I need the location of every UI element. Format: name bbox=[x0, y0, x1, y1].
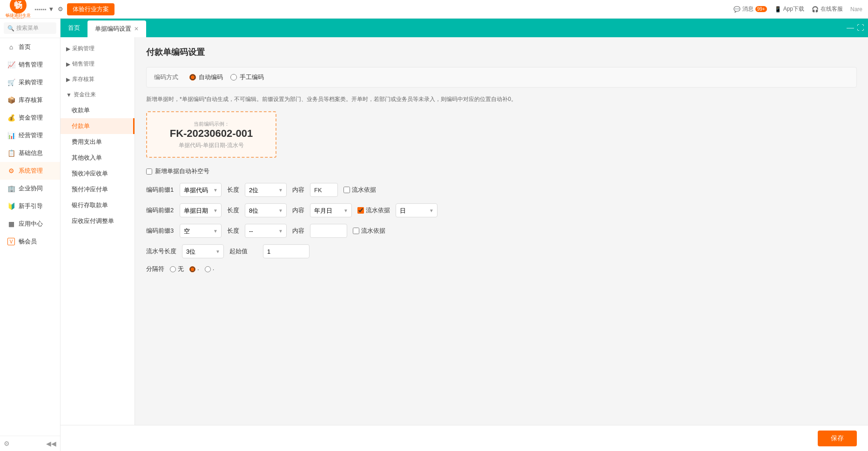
sep-dash-label[interactable]: · bbox=[205, 266, 215, 273]
radio-auto-input[interactable] bbox=[189, 74, 196, 81]
second-sidebar-item-other-income[interactable]: 其他收入单 bbox=[61, 150, 135, 166]
second-sidebar-group-finance-header[interactable]: ▼ 资金往来 bbox=[61, 87, 135, 102]
sidebar-item-finance[interactable]: 💰 资金管理 bbox=[0, 109, 60, 127]
serial1-checkbox[interactable] bbox=[343, 187, 350, 193]
length1-select[interactable]: 2位 3位 4位 bbox=[245, 183, 287, 197]
serial2-unit-wrapper: 日 月 年 bbox=[396, 203, 437, 217]
length3-select[interactable]: -- 1位 2位 bbox=[245, 224, 287, 238]
second-sidebar-group-sales: ▶ 销售管理 bbox=[61, 56, 135, 72]
tab-maximize-icon[interactable]: ⛶ bbox=[857, 24, 864, 32]
search-menu-btn[interactable]: 🔍 搜索菜单 bbox=[4, 22, 56, 34]
sep-dot-text: · bbox=[197, 266, 199, 273]
user-info[interactable]: Nare bbox=[850, 6, 862, 13]
serial2-checkbox[interactable] bbox=[357, 207, 364, 214]
sep-none-radio[interactable] bbox=[170, 266, 176, 272]
serial3-checkbox[interactable] bbox=[353, 228, 359, 234]
length2-select[interactable]: 6位 8位 10位 bbox=[245, 203, 287, 217]
sep-dash-radio[interactable] bbox=[205, 266, 211, 272]
app-download-icon: 📱 bbox=[774, 6, 781, 13]
sidebar-label-system: 系统管理 bbox=[19, 167, 43, 175]
sidebar-item-purchase[interactable]: 🛒 采购管理 bbox=[0, 74, 60, 91]
tab-close-icon[interactable]: ✕ bbox=[134, 26, 139, 32]
group-purchase-label: 采购管理 bbox=[72, 45, 94, 53]
auto-fill-checkbox[interactable] bbox=[146, 168, 152, 175]
second-sidebar-item-receipt[interactable]: 收款单 bbox=[61, 102, 135, 118]
tab-home[interactable]: 首页 bbox=[61, 19, 87, 37]
start-value-input[interactable] bbox=[263, 244, 310, 258]
save-button[interactable]: 保存 bbox=[818, 431, 857, 446]
content2-select[interactable]: 年月日 年月 年 bbox=[310, 203, 352, 217]
sidebar-label-guide: 新手引导 bbox=[19, 202, 43, 210]
serial2-label: 流水依据 bbox=[366, 206, 390, 215]
second-sidebar-item-adjustment[interactable]: 应收应付调整单 bbox=[61, 213, 135, 229]
tab-bar-actions: — ⛶ bbox=[847, 24, 864, 32]
group-sales-label: 销售管理 bbox=[72, 60, 94, 68]
tab-minimize-icon[interactable]: — bbox=[847, 24, 854, 32]
serial-length-label: 流水号长度 bbox=[146, 247, 176, 256]
industry-btn[interactable]: 体验行业方案 bbox=[67, 3, 114, 15]
dropdown-arrow-icon: ▼ bbox=[48, 6, 54, 13]
arrow-right-icon-inventory: ▶ bbox=[66, 76, 70, 83]
sidebar-item-guide[interactable]: 🔰 新手引导 bbox=[0, 197, 60, 215]
radio-auto-label[interactable]: 自动编码 bbox=[189, 73, 223, 81]
system-icon: ⚙ bbox=[7, 167, 15, 175]
app-download-btn[interactable]: 📱 App下载 bbox=[774, 5, 804, 13]
sidebar-item-operation[interactable]: 📊 经营管理 bbox=[0, 127, 60, 144]
serial1-check-label[interactable]: 流水依据 bbox=[343, 186, 376, 194]
second-sidebar-group-sales-header[interactable]: ▶ 销售管理 bbox=[61, 56, 135, 72]
sidebar-item-basic[interactable]: 📋 基础信息 bbox=[0, 144, 60, 162]
sidebar-item-apps[interactable]: ▦ 应用中心 bbox=[0, 215, 60, 233]
sep-dot-label[interactable]: · bbox=[189, 266, 199, 273]
app-download-label: App下载 bbox=[783, 5, 804, 13]
second-sidebar-item-pre-receipt[interactable]: 预收冲应收单 bbox=[61, 166, 135, 182]
radio-manual-text: 手工编码 bbox=[240, 73, 264, 81]
prefix2-select[interactable]: 单据代码 单据日期 空 部门 业务员 bbox=[180, 203, 222, 217]
company-selector[interactable]: ▪▪▪▪▪▪ ▼ bbox=[34, 6, 54, 13]
sidebar-item-company[interactable]: 🏢 企业协同 bbox=[0, 180, 60, 197]
top-bar: 畅 畅捷通好生意 旗舰版 ▪▪▪▪▪▪ ▼ ⚙ 体验行业方案 💬 消息 99+ … bbox=[0, 0, 868, 19]
second-sidebar-group-finance: ▼ 资金往来 收款单 付款单 费用支出单 其他收入单 预收冲应收单 预付冲应付单… bbox=[61, 87, 135, 229]
second-sidebar-item-payment[interactable]: 付款单 bbox=[61, 118, 135, 134]
settings-icon[interactable]: ⚙ bbox=[58, 6, 63, 13]
purchase-icon: 🛒 bbox=[7, 79, 15, 86]
serial3-check-label[interactable]: 流水依据 bbox=[353, 227, 385, 235]
settings-bottom-icon[interactable]: ⚙ bbox=[4, 440, 10, 447]
second-sidebar-item-pre-payment[interactable]: 预付冲应付单 bbox=[61, 182, 135, 197]
prefix1-select[interactable]: 单据代码 单据日期 空 部门 业务员 bbox=[180, 183, 222, 197]
collapse-sidebar-icon[interactable]: ◀◀ bbox=[46, 440, 56, 447]
tab-code-setting[interactable]: 单据编码设置 ✕ bbox=[87, 20, 146, 37]
serial-length-select[interactable]: 2位 3位 4位 5位 bbox=[182, 244, 224, 258]
second-sidebar-item-bank[interactable]: 银行存取款单 bbox=[61, 197, 135, 213]
serial2-check-label[interactable]: 流水依据 bbox=[357, 206, 390, 215]
sidebar-item-home[interactable]: 首页 bbox=[0, 38, 60, 56]
second-sidebar-group-inventory-header[interactable]: ▶ 库存核算 bbox=[61, 72, 135, 87]
content3-label: 内容 bbox=[292, 227, 304, 235]
sidebar-item-system[interactable]: ⚙ 系统管理 bbox=[0, 162, 60, 180]
search-menu-label: 搜索菜单 bbox=[16, 24, 39, 32]
message-btn[interactable]: 💬 消息 99+ bbox=[733, 5, 767, 13]
sidebar-item-member[interactable]: V 畅会员 bbox=[0, 233, 60, 250]
content1-label: 内容 bbox=[292, 186, 304, 194]
radio-manual-input[interactable] bbox=[230, 74, 237, 81]
sidebar-item-inventory[interactable]: 📦 库存核算 bbox=[0, 91, 60, 109]
second-sidebar-group-inventory: ▶ 库存核算 bbox=[61, 72, 135, 87]
radio-manual-label[interactable]: 手工编码 bbox=[230, 73, 264, 81]
sep-none-label[interactable]: 无 bbox=[170, 265, 184, 273]
sidebar-bottom: ⚙ ◀◀ bbox=[0, 436, 60, 451]
arrow-right-icon-sales: ▶ bbox=[66, 61, 70, 67]
auto-fill-label[interactable]: 新增单据自动补空号 bbox=[155, 167, 209, 175]
config-row-3: 编码前缀3 单据代码 单据日期 空 部门 业务员 长度 bbox=[146, 224, 857, 238]
second-sidebar-item-expense[interactable]: 费用支出单 bbox=[61, 134, 135, 150]
tab-home-label: 首页 bbox=[68, 24, 80, 32]
sidebar-item-sales[interactable]: 📈 销售管理 bbox=[0, 56, 60, 74]
online-service-btn[interactable]: 🎧 在线客服 bbox=[812, 5, 843, 13]
second-sidebar-group-purchase-header[interactable]: ▶ 采购管理 bbox=[61, 41, 135, 56]
serial2-unit-select[interactable]: 日 月 年 bbox=[396, 203, 437, 217]
preview-desc: 单据代码-单据日期-流水号 bbox=[158, 141, 264, 149]
sep-dot-radio[interactable] bbox=[189, 266, 195, 272]
sidebar-label-member: 畅会员 bbox=[19, 237, 37, 246]
prefix2-select-wrapper: 单据代码 单据日期 空 部门 业务员 bbox=[180, 203, 222, 217]
prefix3-select[interactable]: 单据代码 单据日期 空 部门 业务员 bbox=[180, 224, 222, 238]
length3-label: 长度 bbox=[227, 227, 239, 235]
serial-length-row: 流水号长度 2位 3位 4位 5位 起始值 bbox=[146, 244, 857, 258]
